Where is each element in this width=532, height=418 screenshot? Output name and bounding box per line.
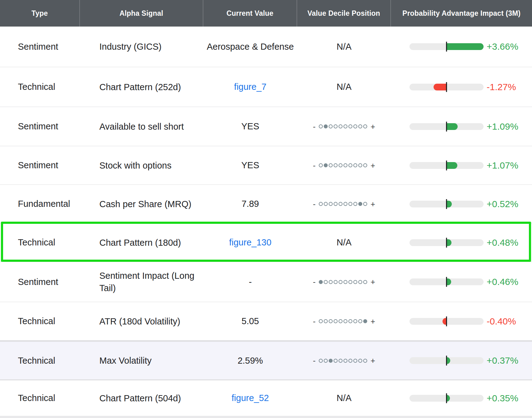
decile-dot [334,280,338,284]
decile-dot-filled [363,319,367,323]
decile-minus-sign: - [313,357,316,365]
impact-value: -0.40% [487,316,516,327]
decile-dot [353,124,357,128]
decile-dot [353,202,357,206]
decile-dot [363,280,367,284]
decile-na-text: N/A [337,393,351,403]
decile-dot [329,124,333,128]
decile-dot [339,202,343,206]
impact-value: +0.37% [487,355,518,366]
decile-dot [343,163,347,167]
impact-bar-tick [446,316,447,326]
decile-dot [343,202,347,206]
impact-bar-segment [447,123,458,130]
impact-bar-track [409,239,484,246]
column-header-alpha-signal: Alpha Signal [80,0,203,27]
decile-dot [358,359,362,363]
decile-dot-filled [319,280,323,284]
impact-bar-track [409,201,484,207]
table-row[interactable]: Technical Chart Pattern (252d) figure_7 … [0,67,532,107]
decile-dot [339,163,343,167]
impact-bar-segment [447,278,451,285]
impact-bar-tick [446,393,447,403]
decile-dot [319,124,323,128]
decile-dots[interactable]: -+ [313,123,375,131]
table-row[interactable]: Sentiment Stock with options YES -+ +1.0… [0,146,532,184]
bottom-divider [0,416,532,418]
decile-dots[interactable]: -+ [313,317,375,325]
decile-dots[interactable]: -+ [313,357,375,365]
decile-dot [363,359,367,363]
decile-plus-sign: + [371,317,375,325]
current-value: 5.05 [242,316,259,326]
impact-value: +0.35% [487,393,518,403]
impact-bar-segment [447,239,451,246]
impact-bar-tick [446,122,447,132]
decile-dots[interactable]: -+ [313,200,375,208]
decile-dot [334,163,338,167]
table-row[interactable]: Technical Chart Pattern (504d) figure_52… [0,379,532,416]
signal-type: Sentiment [18,42,58,52]
decile-dot [334,319,338,323]
impact-bar-tick [446,82,447,92]
decile-dot [324,359,328,363]
table-row[interactable]: Technical Max Volatility 2.59% -+ +0.37% [0,340,532,379]
figure-link[interactable]: figure_52 [232,393,269,403]
column-header-probability-advantage-impact: Probability Advantage Impact (3M) [391,0,532,27]
table-row[interactable]: Sentiment Available to sell short YES -+… [0,107,532,146]
decile-dot [358,319,362,323]
impact-bar-track [409,84,484,90]
decile-na-text: N/A [337,237,351,248]
decile-dots[interactable]: -+ [313,161,375,169]
decile-dot [339,280,343,284]
impact-bar-track [409,162,484,169]
column-header-current-value: Current Value [203,0,297,27]
decile-dot [329,280,333,284]
decile-plus-sign: + [371,123,375,131]
impact-bar-track [409,357,484,364]
table-row[interactable]: Fundamental Cash per Share (MRQ) 7.89 -+… [0,184,532,223]
decile-dot [319,202,323,206]
decile-dot-filled [329,359,333,363]
decile-dot [348,124,352,128]
figure-link[interactable]: figure_7 [234,82,267,92]
impact-bar-track [409,395,484,402]
impact-bar-segment [447,395,450,402]
impact-bar-tick [446,42,447,52]
decile-dot [348,359,352,363]
impact-value: -1.27% [487,82,516,92]
signal-name: Cash per Share (MRQ) [99,198,191,210]
decile-minus-sign: - [313,200,316,208]
decile-plus-sign: + [371,278,375,286]
decile-dot-filled [358,202,362,206]
decile-dots[interactable]: -+ [313,278,375,286]
decile-plus-sign: + [371,200,375,208]
decile-dot [339,319,343,323]
impact-bar-track [409,278,484,285]
decile-minus-sign: - [313,123,316,131]
decile-dot [363,124,367,128]
current-value: YES [241,121,259,132]
decile-dot [334,124,338,128]
impact-bar-tick [446,199,447,209]
signal-type: Sentiment [18,121,58,132]
decile-dot [348,280,352,284]
impact-bar-segment [434,84,447,90]
decile-minus-sign: - [313,161,316,169]
column-header-value-decile-position: Value Decile Position [297,0,391,27]
figure-link[interactable]: figure_130 [229,237,271,248]
current-value: - [249,277,252,287]
decile-dot [343,280,347,284]
decile-dot [329,202,333,206]
table-row[interactable]: Technical Chart Pattern (180d) figure_13… [0,223,532,261]
decile-plus-sign: + [371,357,375,365]
signal-name: Industry (GICS) [99,40,161,53]
table-row[interactable]: Sentiment Industry (GICS) Aerospace & De… [0,27,532,67]
impact-bar-segment [447,201,452,207]
table-row[interactable]: Technical ATR (180d Volatility) 5.05 -+ … [0,302,532,340]
impact-value: +0.48% [487,237,518,248]
table-row[interactable]: Sentiment Sentiment Impact (Long Tail) -… [0,261,532,302]
decile-dot [324,319,328,323]
decile-dot [329,319,333,323]
decile-dot [358,163,362,167]
